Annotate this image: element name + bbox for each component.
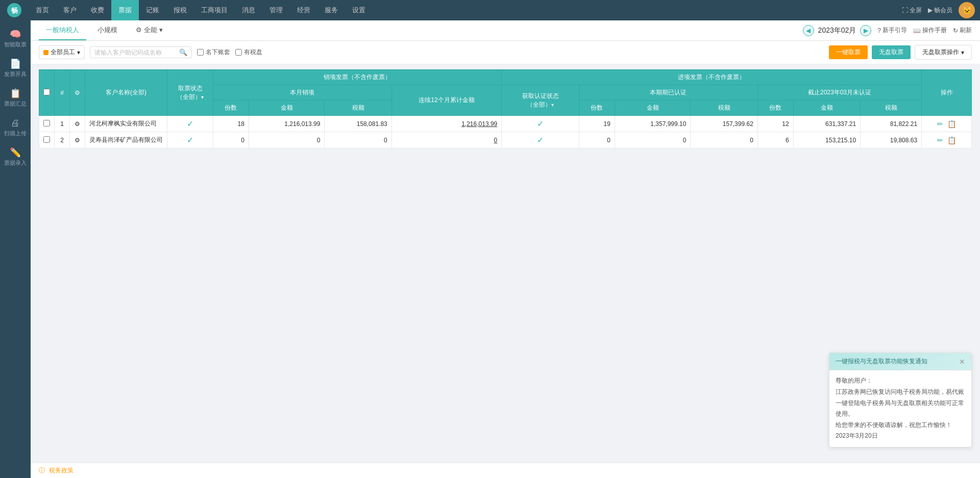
checkbox-sub-account: 名下账套 — [197, 48, 230, 57]
fullscreen-icon: ⛶ — [902, 7, 908, 14]
th-no: # — [55, 70, 70, 116]
edit-btn[interactable]: ✏ — [937, 120, 943, 128]
sidebar-item-summary[interactable]: 📋 票据汇总 — [2, 84, 29, 111]
data-table: # ⚙ 客户名称(全部) 取票状态（全部）▾ 销项发票（不含作废票） 进项发票（… — [39, 69, 972, 148]
avatar[interactable]: 🐱 — [959, 2, 975, 18]
sidebar-item-label: 票据录入 — [4, 160, 27, 166]
tab-bar: 一般纳税人 小规模 ⚙ 全能 ▾ ◀ 2023年02月 ▶ ? 新手引导 📖 — [31, 20, 980, 41]
row-uncert-count: 12 — [757, 116, 793, 132]
row-customer: 灵寿县尚泽矿产品有限公司 — [85, 132, 167, 148]
fullscreen-btn[interactable]: ⛶ 全屏 — [902, 6, 922, 15]
nav-home[interactable]: 首页 — [29, 0, 56, 20]
sidebar-item-label: 发票开具 — [4, 71, 27, 78]
row-consecutive12[interactable]: 0 — [391, 132, 501, 148]
search-input[interactable] — [94, 49, 179, 56]
open-invoice-icon: 📄 — [10, 58, 21, 69]
nav-accounting[interactable]: 记账 — [139, 0, 166, 20]
notification-close-btn[interactable]: ✕ — [959, 358, 965, 366]
sidebar-item-scan[interactable]: 🖨 扫描上传 — [2, 114, 29, 141]
row-purchase-count: 0 — [579, 132, 615, 148]
row-sales-tax: 0 — [325, 132, 391, 148]
table-row: 1 ⚙ 河北柯摩枫实业有限公司 ✓ 18 1,216,013.99 158,08… — [39, 116, 972, 132]
edit-btn[interactable]: ✏ — [937, 136, 943, 144]
row-uncert-tax: 19,808.63 — [861, 132, 922, 148]
cert-status-icon: ✓ — [537, 119, 544, 128]
tab-small-scale[interactable]: 小规模 — [90, 21, 125, 40]
row-uncert-tax: 81,822.21 — [861, 116, 922, 132]
th-period-certified: 本期期已认证 — [579, 85, 758, 100]
action-guide[interactable]: ? 新手引导 — [877, 26, 907, 35]
sidebar-item-entry[interactable]: ✏️ 票据录入 — [2, 143, 29, 170]
th-s-amount: 金额 — [249, 100, 324, 116]
nav-business2[interactable]: 经营 — [290, 0, 317, 20]
refresh-icon: ↻ — [953, 27, 958, 34]
nav-customer[interactable]: 客户 — [56, 0, 84, 20]
nav-fees[interactable]: 收费 — [84, 0, 111, 20]
row-settings: ⚙ — [70, 132, 85, 148]
row-consecutive12[interactable]: 1,216,013.99 — [391, 116, 501, 132]
row-sales-amount: 0 — [249, 132, 324, 148]
notification-header: 一键报税与无盘取票功能恢复通知 ✕ — [829, 353, 971, 370]
row-settings: ⚙ — [70, 116, 85, 132]
row-actions: ✏ 📋 — [922, 116, 972, 132]
summary-icon: 📋 — [10, 88, 21, 99]
search-icon[interactable]: 🔍 — [179, 48, 187, 56]
employee-select-indicator — [43, 50, 48, 55]
row-uncert-amount: 631,337.21 — [793, 116, 860, 132]
action-refresh[interactable]: ↻ 刷新 — [953, 26, 972, 35]
filter-bar-right: 一键取票 无盘取票 无盘取票操作 ▾ — [829, 45, 972, 60]
select-all-checkbox[interactable] — [43, 89, 50, 95]
tab-all-icon: ⚙ — [136, 26, 142, 34]
tab-general-taxpayer[interactable]: 一般纳税人 — [39, 21, 86, 40]
detail-btn[interactable]: 📋 — [947, 136, 956, 144]
row-sales-count: 18 — [213, 116, 249, 132]
action-manual[interactable]: 📖 操作手册 — [913, 26, 947, 35]
th-s-count: 份数 — [213, 100, 249, 116]
employee-select[interactable]: 全部员工 ▾ — [39, 45, 85, 59]
th-u-count: 份数 — [757, 100, 793, 116]
period-next-btn[interactable]: ▶ — [860, 25, 871, 36]
row-purchase-tax: 0 — [691, 132, 757, 148]
checkbox-tax-disk-input[interactable] — [235, 49, 242, 56]
notification-body: 尊敬的用户： 江苏政务网已恢复访问电子税务局功能，易代账一键登陆电子税务局与无盘… — [829, 370, 971, 447]
sidebar-item-label: 智能取票 — [4, 41, 27, 48]
detail-btn[interactable]: 📋 — [947, 120, 956, 128]
checkbox-sub-account-input[interactable] — [197, 49, 204, 56]
row-purchase-amount: 0 — [615, 132, 690, 148]
nav-tax[interactable]: 报税 — [166, 0, 194, 20]
member-btn[interactable]: ▶ 畅会员 — [928, 6, 952, 15]
row-customer: 河北柯摩枫实业有限公司 — [85, 116, 167, 132]
row-no: 1 — [55, 116, 70, 132]
no-disk-ops-btn[interactable]: 无盘取票操作 ▾ — [915, 45, 972, 60]
row-select-checkbox[interactable] — [43, 136, 50, 143]
nav-invoice[interactable]: 票据 — [111, 0, 139, 20]
sidebar-item-smart-take[interactable]: 🧠 智能取票 — [2, 24, 29, 52]
tax-policy-link[interactable]: 税务政策 — [49, 466, 74, 475]
th-p-count: 份数 — [579, 100, 615, 116]
take-all-btn[interactable]: 一键取票 — [829, 45, 868, 59]
row-checkbox — [39, 116, 55, 132]
nav-business[interactable]: 工商项目 — [194, 0, 235, 20]
th-cert-status: 获取认证状态（全部）▾ — [502, 85, 579, 116]
nav-settings[interactable]: 设置 — [345, 0, 373, 20]
nav-manage[interactable]: 管理 — [262, 0, 290, 20]
app-logo: 畅 — [5, 1, 23, 19]
nav-message[interactable]: 消息 — [235, 0, 262, 20]
nav-service[interactable]: 服务 — [317, 0, 345, 20]
row-select-checkbox[interactable] — [43, 120, 50, 127]
chevron-down-icon: ▾ — [961, 49, 964, 56]
top-nav: 畅 首页 客户 收费 票据 记账 报税 工商项目 消息 管理 经营 服务 设置 … — [0, 0, 980, 20]
period-nav: ◀ 2023年02月 ▶ — [803, 25, 872, 36]
th-until-date: 截止2023年03月未认证 — [757, 85, 921, 100]
period-prev-btn[interactable]: ◀ — [803, 25, 814, 36]
tab-all[interactable]: ⚙ 全能 ▾ — [129, 21, 170, 40]
sidebar: 🧠 智能取票 📄 发票开具 📋 票据汇总 🖨 扫描上传 ✏️ 票据录入 — [0, 20, 31, 478]
manual-icon: 📖 — [913, 27, 921, 34]
row-sales-count: 0 — [213, 132, 249, 148]
row-checkbox — [39, 132, 55, 148]
sidebar-item-open-invoice[interactable]: 📄 发票开具 — [2, 54, 29, 82]
row-actions: ✏ 📋 — [922, 132, 972, 148]
no-disk-btn[interactable]: 无盘取票 — [872, 45, 911, 59]
row-take-status: ✓ — [167, 132, 213, 148]
th-p-amount: 金额 — [615, 100, 690, 116]
